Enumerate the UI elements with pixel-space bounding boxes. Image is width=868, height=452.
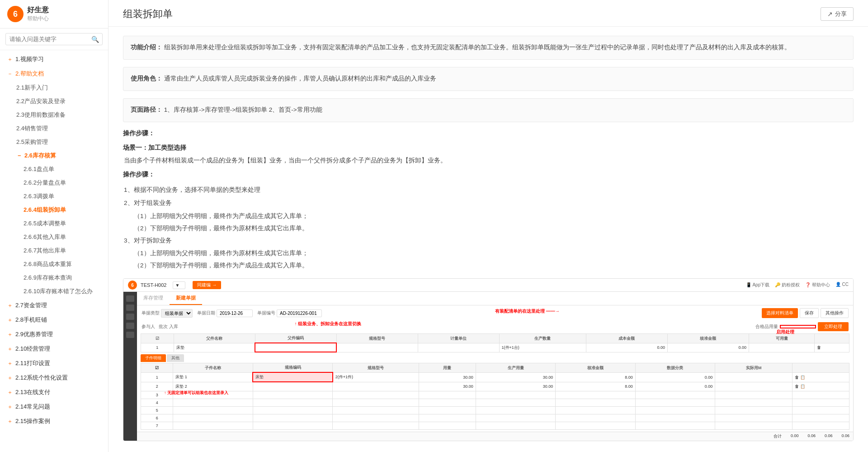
app-qualified-area: 合格品用量 立即处理: [755, 322, 849, 331]
app-action-btns: 选择对料清单 保存 其他操作: [762, 308, 849, 318]
sidebar-item-2-12[interactable]: ＋ 2.12系统个性化设置: [0, 371, 108, 385]
child-prod-2: 30.00: [476, 382, 555, 391]
sidebar-item-2-5[interactable]: 2.5采购管理: [0, 135, 108, 149]
app-sidebar-icon-5: [126, 332, 134, 338]
plus-icon-2-10: ＋: [7, 345, 13, 353]
sidebar-item-2-6-10[interactable]: 2.6.10库存账本错了怎么办: [0, 285, 108, 298]
app-company: TEST-H002: [141, 282, 166, 288]
app-parent-table: ☑ 父件名称 父件编码 规格型号 计量单位 生产数量 成本金额 核准金额: [141, 333, 849, 352]
plus-icon-2-9: ＋: [7, 331, 13, 338]
child-cat-1: 0.00: [635, 372, 715, 382]
app-type-select[interactable]: 组装单据 拆卸单据: [161, 309, 193, 318]
sidebar-item-docs-label: 2.帮助文档: [15, 70, 44, 78]
app-no-input[interactable]: [277, 309, 322, 317]
child-usage-1: 30.00: [419, 372, 476, 382]
main-header: 组装拆卸单 ↗ 分享: [108, 0, 868, 27]
app-save-btn[interactable]: 保存: [800, 308, 819, 318]
sidebar-item-2-3[interactable]: 2.3使用前数据准备: [0, 108, 108, 122]
col-child-spec: 规格型号: [333, 363, 419, 373]
plus-icon: ＋: [7, 56, 13, 63]
sidebar-item-2-13[interactable]: ＋ 2.13在线支付: [0, 385, 108, 400]
cell-punit: [418, 343, 499, 352]
sidebar-item-2-6-4[interactable]: 2.6.4组装拆卸单: [0, 203, 108, 217]
child-spec-1: 2(件+1件): [333, 372, 419, 382]
sidebar-item-2-6-8[interactable]: 2.6.8商品成本重算: [0, 257, 108, 271]
child-appr-1: 8.00: [556, 372, 635, 382]
sidebar-item-video-label: 1.视频学习: [15, 55, 44, 63]
app-company-select[interactable]: ▼: [173, 281, 185, 289]
sidebar-item-2-6-5[interactable]: 2.6.5成本调整单: [0, 217, 108, 230]
sidebar-item-video[interactable]: ＋ 1.视频学习: [0, 52, 108, 67]
sidebar-item-2-4[interactable]: 2.4销售管理: [0, 122, 108, 135]
app-qualified-label: 合格品用量: [755, 324, 778, 330]
sidebar-item-2-7[interactable]: ＋ 2.7资金管理: [0, 298, 108, 313]
search-icon[interactable]: 🔍: [91, 36, 99, 43]
sidebar-item-2-11[interactable]: ＋ 2.11打印设置: [0, 356, 108, 371]
app-qc-text: 批次 入库: [159, 324, 178, 330]
sidebar-item-2-9[interactable]: ＋ 2.9优惠券管理: [0, 327, 108, 342]
col-parent-code: 父件编码: [255, 334, 336, 343]
step2: 2、对于组装业务: [123, 198, 854, 209]
parent-table-row: 1 床垫 1(件+1台) 0.00 0.00: [141, 343, 849, 352]
col-cb2: ☑: [141, 363, 173, 373]
scenario1-desc: 当由多个子件材料组装成一个成品的业务为【组装】业务，当由一个父件拆分成多个子产品…: [123, 156, 854, 166]
sidebar-item-docs[interactable]: － 2.帮助文档: [0, 67, 108, 81]
minus-icon: －: [7, 70, 13, 78]
app-separator-area: 子件明细 其他: [137, 353, 853, 363]
role-box: 使用角色： 通常由生产人员或库管人员完成拆装业务的操作，库管人员确认原材料的出库…: [123, 67, 854, 91]
sidebar-item-2-6-3[interactable]: 2.6.3调拨单: [0, 190, 108, 203]
logo-icon: 6: [7, 6, 24, 22]
step3-sub2: （2）下部明细为子件明细，最终作为产成品生成其它入库单。: [123, 261, 854, 271]
col-usage: 用量: [419, 363, 476, 373]
app-tab-extra[interactable]: [202, 292, 215, 305]
child-act-1: 🗑 📋: [793, 372, 849, 382]
sidebar-item-2-8[interactable]: ＋ 2.8手机旺铺: [0, 313, 108, 327]
app-nav-appdownload: 📱 App下载: [746, 282, 769, 288]
app-date-input[interactable]: [217, 309, 253, 317]
app-more-btn[interactable]: 其他操作: [821, 308, 849, 318]
ops-section: 操作步骤： 场景一：加工类型选择 当由多个子件材料组装成一个成品的业务为【组装】…: [123, 129, 854, 441]
sidebar-item-2-14[interactable]: ＋ 2.14常见问题: [0, 400, 108, 414]
feature-intro-box: 功能介绍： 组装拆卸单用来处理企业组装或拆卸等加工业务，支持有固定装配清单的产品…: [123, 36, 854, 60]
sidebar-item-2-15-label: 2.15操作案例: [15, 417, 50, 425]
child-num-2: 2: [141, 382, 173, 391]
sidebar-item-2-6-7[interactable]: 2.6.7其他出库单: [0, 244, 108, 257]
plus-icon-2-15: ＋: [7, 418, 13, 425]
app-submit-btn[interactable]: 选择对料清单: [762, 308, 798, 318]
app-main-area: 库存管理 新建单据 单据类型 组装单据: [137, 292, 853, 441]
app-qualified-input[interactable]: [780, 325, 816, 328]
sidebar-item-2-2[interactable]: 2.2产品安装及登录: [0, 95, 108, 108]
col-child-name: 子件名称: [173, 363, 253, 373]
app-type-label: 单据类型: [142, 310, 160, 316]
sidebar-item-2-1[interactable]: 2.1新手入门: [0, 81, 108, 95]
app-tab-new[interactable]: 新建单据: [170, 292, 202, 305]
app-sub-tab-extra[interactable]: 其他: [167, 354, 184, 362]
child-actual-2: [715, 382, 793, 391]
sidebar-item-2-6-2[interactable]: 2.6.2分量盘点单: [0, 176, 108, 190]
col-approved: 核准金额: [667, 334, 749, 343]
app-form-type: 单据类型 组装单据 拆卸单据: [142, 309, 193, 318]
search-bar: 🔍: [0, 29, 108, 50]
child-spec-2: [333, 382, 419, 391]
child-actual-1: [715, 372, 793, 382]
app-body: 库存管理 新建单据 单据类型 组装单据: [123, 292, 853, 441]
app-new-btn[interactable]: 同建编 →: [193, 281, 221, 289]
sidebar-item-2-15[interactable]: ＋ 2.15操作案例: [0, 414, 108, 428]
sidebar-item-2-6-1[interactable]: 2.6.1盘点单: [0, 162, 108, 176]
app-sub-tab-components[interactable]: 子件明细: [141, 354, 166, 362]
sidebar-item-2-6-9[interactable]: 2.6.9库存账本查询: [0, 271, 108, 285]
app-nav-auth: 🔑 奶粉授权: [775, 282, 800, 288]
app-tab-inventory[interactable]: 库存管理: [137, 292, 170, 305]
app-parent-table-area: ☑ 父件名称 父件编码 规格型号 计量单位 生产数量 成本金额 核准金额: [137, 333, 853, 353]
cell-avail: [749, 343, 814, 352]
sidebar-item-2-10[interactable]: ＋ 2.10经营管理: [0, 342, 108, 356]
nav-section: ＋ 1.视频学习 － 2.帮助文档 2.1新手入门 2.2产品安装及登录 2.3…: [0, 50, 108, 430]
app-recalc-btn[interactable]: 立即处理: [818, 322, 849, 331]
sidebar-item-2-6-6[interactable]: 2.6.6其他入库单: [0, 230, 108, 244]
sidebar-item-2-6[interactable]: － 2.6库存核算: [0, 149, 108, 162]
share-button[interactable]: ↗ 分享: [821, 7, 854, 21]
sidebar-item-2-10-label: 2.10经营管理: [15, 345, 50, 353]
child-row-2: 2 床垫 2 30.00 30.00 8.00 0.00: [141, 382, 849, 391]
app-form-date: 单据日期: [197, 309, 253, 317]
search-input[interactable]: [5, 33, 103, 45]
